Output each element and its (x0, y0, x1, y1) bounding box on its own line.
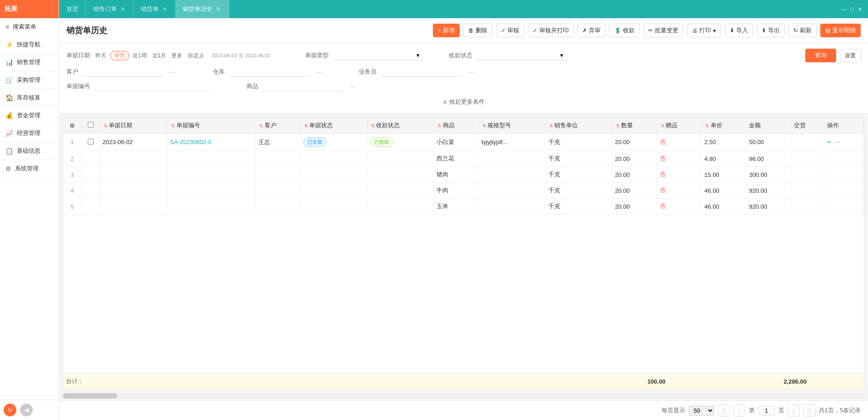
tab-sales-history[interactable]: 销货单历史 ✕ (176, 0, 229, 18)
staff-input[interactable] (380, 67, 462, 77)
filter-row-2: 客户 ··· 仓库 ··· 业务员 ··· (66, 67, 861, 77)
warehouse-ellipsis[interactable]: ··· (314, 67, 325, 76)
page-input[interactable] (758, 406, 775, 415)
shortcut-last7[interactable]: 近1周 (131, 51, 149, 60)
row-unit-4: 千克 (545, 183, 612, 199)
customer-label: 客户 (66, 68, 78, 76)
batch-label: 批量变更 (655, 26, 678, 35)
goods-ellipsis[interactable]: ··· (347, 82, 358, 91)
row-gift-3: 否 (657, 167, 701, 183)
date-shortcuts: 昨天 今天 近1周 近1月 更多 自定义 (94, 51, 206, 60)
goods-input[interactable] (262, 81, 344, 91)
edit-action-1[interactable]: ✏ (827, 139, 832, 145)
doc-status-badge-1: 已生效 (303, 137, 326, 147)
refresh-button[interactable]: ↻ 刷新 (788, 24, 817, 37)
goods-col[interactable]: ⇅ 商品 (434, 118, 478, 134)
gift-col[interactable]: ⇅ 赠品 (657, 118, 701, 134)
customer-col[interactable]: ⇅ 客户 (256, 118, 300, 134)
shortcut-more[interactable]: 更多 (170, 51, 184, 60)
row-docno-link-1[interactable]: SA-20230602-0 (170, 139, 211, 145)
settings-col[interactable]: ⚙ (63, 118, 81, 134)
minimize-button[interactable]: — (841, 6, 847, 13)
tab-sales-order[interactable]: 销售订单 ✕ (86, 0, 134, 18)
payment-status-select[interactable]: ▾ (476, 50, 567, 60)
row-spec-5 (478, 199, 545, 215)
next-page-button[interactable]: ⟩ (788, 405, 800, 416)
footer-label: 合计： (66, 377, 84, 385)
docno-col[interactable]: ⇅ 单据编号 (167, 118, 256, 134)
query-button[interactable]: 查询 (805, 49, 836, 62)
receive-button[interactable]: 💲 收款 (609, 24, 640, 37)
page-title: 销货单历史 (66, 25, 107, 36)
row-paystatus-4 (367, 183, 434, 199)
import-button[interactable]: ⬇ 导入 (725, 24, 753, 37)
sidebar-item-label: 采购管理 (17, 76, 40, 84)
shortcut-yesterday[interactable]: 昨天 (94, 51, 108, 60)
sidebar-item-search-menu[interactable]: ≡ 搜索菜单 (0, 18, 59, 36)
horizontal-scrollbar[interactable] (63, 393, 864, 399)
first-page-button[interactable]: ⟨⟨ (718, 405, 730, 416)
row-check-3 (81, 167, 100, 183)
row-1-checkbox[interactable] (88, 139, 94, 145)
collapse-btn[interactable]: ∧ 收起更多条件 (66, 96, 861, 108)
row-qty-5: 20.00 (612, 199, 657, 215)
tab-sales-delivery[interactable]: 销货单 ✕ (134, 0, 176, 18)
spec-col[interactable]: ⇅ 规格型号 (478, 118, 545, 134)
staff-filter: 业务员 ··· (359, 67, 477, 77)
row-paystatus-5 (367, 199, 434, 215)
sidebar-item-purchase-mgmt[interactable]: 🛒 采购管理 (0, 71, 59, 89)
tab-sales-history-close[interactable]: ✕ (215, 5, 221, 13)
export-button[interactable]: ⬆ 导出 (757, 24, 785, 37)
docno-input[interactable] (94, 81, 212, 91)
sidebar-item-operations[interactable]: 📈 经营管理 (0, 125, 59, 142)
shortcut-custom[interactable]: 自定义 (186, 51, 206, 60)
prev-page-button[interactable]: ⟨ (733, 405, 745, 416)
sidebar-item-sales-mgmt[interactable]: 📊 销售管理 (0, 54, 59, 71)
page-label: 第 (749, 406, 755, 415)
search-menu-icon: ≡ (5, 23, 9, 30)
tab-home[interactable]: 首页 (59, 0, 86, 18)
tab-sales-delivery-close[interactable]: ✕ (161, 5, 168, 13)
delete-button[interactable]: 🗑 删除 (463, 24, 492, 37)
per-page-select[interactable]: 50 100 200 (689, 405, 714, 416)
last-page-button[interactable]: ⟩⟩ (803, 405, 815, 416)
shortcut-last1m[interactable]: 近1月 (151, 51, 168, 60)
sidebar-item-finance[interactable]: 💰 资金管理 (0, 107, 59, 125)
print-button[interactable]: 🖨 打印 ▾ (687, 24, 721, 37)
close-button[interactable]: ✕ (858, 6, 863, 13)
batch-change-button[interactable]: ✏ 批量变更 (643, 24, 683, 37)
sidebar-collapse-icon[interactable]: ◀ (20, 404, 33, 416)
customer-input[interactable] (82, 67, 164, 77)
doc-status-col[interactable]: ⇅ 单据状态 (300, 118, 367, 134)
unit-col[interactable]: ⇅ 销售单位 (545, 118, 612, 134)
pay-status-col[interactable]: ⇅ 收款状态 (367, 118, 434, 134)
maximize-button[interactable]: □ (850, 6, 854, 13)
sidebar-item-quick-nav[interactable]: ⚡ 快捷导航 (0, 36, 59, 54)
unit-sort-icon: ⇅ (549, 123, 553, 128)
select-all-checkbox[interactable] (88, 122, 94, 128)
staff-ellipsis[interactable]: ··· (466, 67, 477, 76)
scrollbar-thumb[interactable] (63, 393, 117, 399)
warehouse-input[interactable] (228, 67, 310, 77)
row-paystatus-3 (367, 167, 434, 183)
show-detail-button[interactable]: ▤ 显示明细 (820, 24, 861, 37)
abandon-button[interactable]: ✗ 弃审 (577, 24, 606, 37)
audit-print-button[interactable]: ✓ 审核并打印 (528, 24, 574, 37)
sidebar-item-basic-info[interactable]: 📋 基础信息 (0, 142, 59, 160)
doc-type-select[interactable]: ▾ (332, 50, 423, 60)
more-action-1[interactable]: ⋯ (835, 139, 840, 145)
sidebar-user-icon[interactable]: U (4, 404, 16, 416)
sidebar-item-inventory[interactable]: 🏠 库存核算 (0, 89, 59, 107)
customer-ellipsis[interactable]: ··· (167, 67, 178, 76)
settings-button[interactable]: 设置 (840, 49, 861, 62)
sidebar-item-system[interactable]: ⚙ 系统管理 (0, 160, 59, 178)
abandon-label: 弃审 (589, 26, 601, 35)
detail-icon: ▤ (825, 27, 830, 34)
shortcut-today[interactable]: 今天 (110, 51, 129, 60)
date-col[interactable]: ⇅ 单据日期 (100, 118, 167, 134)
price-col[interactable]: ⇅ 单价 (702, 118, 746, 134)
add-button[interactable]: + 新增 (433, 24, 460, 37)
qty-col[interactable]: ⇅ 数量 (612, 118, 657, 134)
audit-button[interactable]: ✓ 审核 (496, 24, 524, 37)
tab-sales-order-close[interactable]: ✕ (120, 5, 126, 13)
